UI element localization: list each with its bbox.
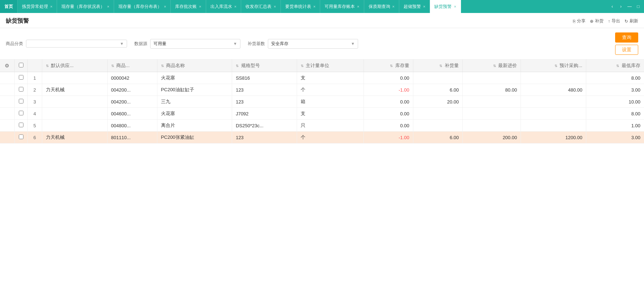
row-inventory: 0.00 [364, 96, 413, 108]
row-inventory: -1.00 [364, 132, 413, 144]
tab-expiry-query[interactable]: 保质期查询× [364, 0, 399, 13]
tab-inventory-dist[interactable]: 现存量（库存分布表）× [114, 0, 171, 13]
share-icon: ⎘ [573, 19, 575, 24]
category-arrow-icon: ▼ [120, 41, 124, 46]
row-estimated-purchase [521, 96, 586, 108]
tab-close-icon[interactable]: × [313, 4, 316, 9]
row-number: 4 [27, 108, 42, 120]
select-all-checkbox[interactable] [19, 63, 23, 67]
row-product-name: 离合片 [157, 120, 232, 132]
col-product-code-header[interactable]: ⇅ 商品... [107, 59, 157, 72]
export-button[interactable]: ↑ 导出 [608, 18, 620, 24]
replenish-base-filter-group: 补货基数 安全库存 ▼ [248, 39, 358, 49]
settings-button[interactable]: 设置 [615, 45, 638, 55]
window-maximize[interactable]: □ [634, 2, 643, 11]
datasource-select[interactable]: 可用量 ▼ [150, 39, 240, 49]
col-inventory-header[interactable]: ⇅ 库存量 [364, 59, 413, 72]
row-replenish-qty: 6.00 [413, 132, 462, 144]
share-button[interactable]: ⎘ 分享 [573, 18, 586, 24]
col-unit-header[interactable]: ⇅ 主计量单位 [297, 59, 364, 72]
tab-close-icon[interactable]: × [454, 4, 456, 9]
row-min-inventory: 8.00 [586, 72, 644, 84]
tab-shortage-warn[interactable]: 缺货预警× [430, 0, 461, 13]
tab-bar: 首页拣货异常处理×现存量（库存状况表）×现存量（库存分布表）×库存批次账×出入库… [0, 0, 644, 13]
row-checkbox[interactable] [19, 111, 23, 115]
tab-scroll-left[interactable]: ‹ [608, 2, 617, 11]
table-row: 3004200...三九123箱0.0020.0010.00 [0, 96, 644, 108]
row-inventory: 0.00 [364, 72, 413, 84]
row-spec: J7092 [232, 108, 297, 120]
row-latest-price [463, 108, 521, 120]
inventory-sort-icon: ⇅ [390, 64, 393, 68]
page-container: 缺货预警 ⎘ 分享 ⊕ 补货 ↑ 导出 ↻ 刷新 商品分类 [0, 13, 644, 287]
tab-home[interactable]: 首页 [0, 0, 18, 13]
row-product-name: 火花塞 [157, 72, 232, 84]
tab-available-ledger[interactable]: 可用量库存账本× [320, 0, 364, 13]
refresh-button[interactable]: ↻ 刷新 [625, 18, 638, 24]
col-spec-header[interactable]: ⇅ 规格型号 [232, 59, 297, 72]
tab-close-icon[interactable]: × [107, 4, 109, 9]
category-select[interactable]: ▼ [26, 40, 127, 48]
tab-close-icon[interactable]: × [423, 4, 425, 9]
row-checkbox[interactable] [19, 99, 23, 103]
col-product-name-header[interactable]: ⇅ 商品名称 [157, 59, 232, 72]
tab-defect-handling[interactable]: 拣货异常处理× [18, 0, 57, 13]
tab-inventory-status[interactable]: 现存量（库存状况表）× [57, 0, 114, 13]
row-checkbox[interactable] [19, 87, 23, 92]
table-settings-icon[interactable]: ⚙ [5, 63, 9, 69]
datasource-arrow-icon: ▼ [233, 41, 237, 46]
col-min-inventory-header[interactable]: ⇅ 最低库存 [586, 59, 644, 72]
col-checkbox-header [14, 59, 27, 72]
tab-inout-flow[interactable]: 出入库流水× [206, 0, 241, 13]
tab-overstock-warn[interactable]: 超储预警× [399, 0, 430, 13]
tab-close-icon[interactable]: × [164, 4, 166, 9]
tab-scroll-right[interactable]: › [617, 2, 625, 11]
tab-batch-account[interactable]: 库存批次账× [171, 0, 206, 13]
tab-close-icon[interactable]: × [274, 4, 276, 9]
tab-order-stats[interactable]: 要货单统计表× [281, 0, 320, 13]
datasource-label: 数据源 [134, 41, 147, 47]
col-replenish-qty-header[interactable]: ⇅ 补货量 [413, 59, 462, 72]
page-title: 缺货预警 [6, 17, 29, 25]
unit-sort-icon: ⇅ [301, 64, 304, 68]
row-checkbox-cell [14, 84, 27, 96]
table-header: ⚙ ⇅ 默认供应... ⇅ 商品... ⇅ [0, 59, 644, 72]
row-estimated-purchase [521, 72, 586, 84]
tab-label: 保质期查询 [369, 4, 390, 10]
tab-close-icon[interactable]: × [50, 4, 52, 9]
row-settings-cell [0, 120, 14, 132]
row-checkbox[interactable] [19, 123, 23, 127]
row-checkbox[interactable] [19, 134, 23, 139]
query-button[interactable]: 查询 [615, 32, 638, 43]
row-unit: 个 [297, 132, 364, 144]
replenish-base-select[interactable]: 安全库存 ▼ [268, 39, 358, 49]
window-minimize[interactable]: — [625, 2, 634, 11]
row-product-code: 0000042 [107, 72, 157, 84]
row-number: 6 [27, 132, 42, 144]
row-latest-price [463, 120, 521, 132]
tab-close-icon[interactable]: × [199, 4, 201, 9]
page-header: 缺货预警 ⎘ 分享 ⊕ 补货 ↑ 导出 ↻ 刷新 [0, 13, 644, 28]
row-settings-cell [0, 84, 14, 96]
tab-close-icon[interactable]: × [357, 4, 359, 9]
data-table: ⚙ ⇅ 默认供应... ⇅ 商品... ⇅ [0, 59, 644, 144]
row-replenish-qty [413, 72, 462, 84]
row-checkbox[interactable] [19, 75, 23, 80]
col-latest-price-header[interactable]: ⇅ 最新进价 [463, 59, 521, 72]
row-inventory: 0.00 [364, 120, 413, 132]
row-number: 2 [27, 84, 42, 96]
row-estimated-purchase [521, 120, 586, 132]
tab-close-icon[interactable]: × [392, 4, 395, 9]
tab-label: 拣货异常处理 [22, 4, 48, 10]
row-unit: 支 [297, 108, 364, 120]
row-replenish-qty [413, 120, 462, 132]
col-supplier-header[interactable]: ⇅ 默认供应... [42, 59, 107, 72]
tab-recv-summary[interactable]: 收发存汇总表× [241, 0, 280, 13]
col-estimated-purchase-header[interactable]: ⇅ 预计采购... [521, 59, 586, 72]
row-min-inventory: 8.00 [586, 108, 644, 120]
tab-close-icon[interactable]: × [234, 4, 236, 9]
replenish-button[interactable]: ⊕ 补货 [590, 18, 604, 24]
tab-label: 超储预警 [404, 4, 421, 10]
row-product-code: 004600... [107, 108, 157, 120]
latest-price-sort-icon: ⇅ [493, 64, 496, 68]
